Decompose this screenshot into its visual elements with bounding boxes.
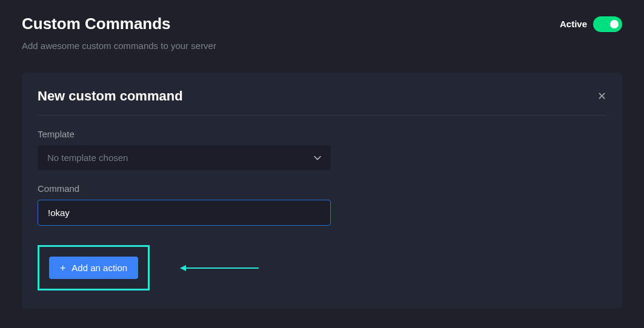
template-label: Template <box>38 129 606 139</box>
page-title: Custom Commands <box>22 15 171 33</box>
chevron-down-icon <box>314 154 321 162</box>
toggle-knob <box>608 18 620 30</box>
new-command-panel: New custom command ✕ Template No templat… <box>22 73 622 309</box>
panel-title: New custom command <box>38 88 183 104</box>
add-action-button[interactable]: + Add an action <box>49 257 138 279</box>
command-label: Command <box>38 183 606 194</box>
active-toggle-label: Active <box>560 19 587 29</box>
plus-icon: + <box>60 263 65 273</box>
template-placeholder: No template chosen <box>47 153 128 163</box>
command-input[interactable] <box>38 200 331 226</box>
close-icon[interactable]: ✕ <box>597 91 606 102</box>
page-subtitle: Add awesome custom commands to your serv… <box>22 41 622 51</box>
arrow-annotation <box>180 265 259 271</box>
active-toggle[interactable] <box>593 16 622 32</box>
add-action-label: Add an action <box>71 263 127 273</box>
active-toggle-container: Active <box>560 16 622 32</box>
highlight-annotation: + Add an action <box>38 245 150 290</box>
template-select[interactable]: No template chosen <box>38 145 331 170</box>
